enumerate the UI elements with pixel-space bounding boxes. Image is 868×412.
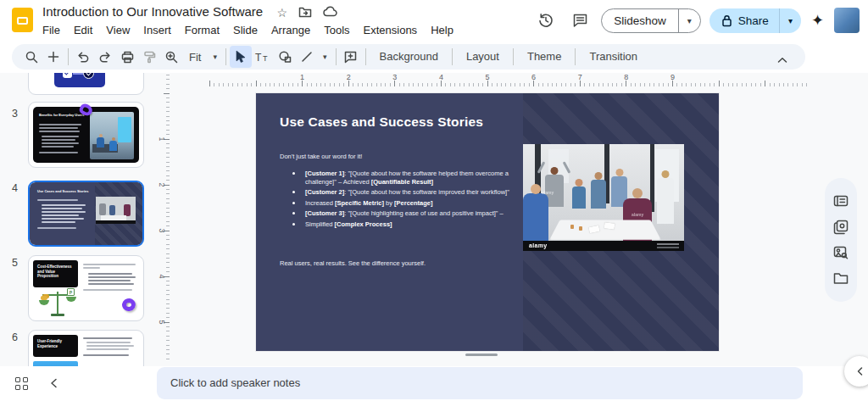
- menu-bar: File Edit View Insert Format Slide Arran…: [42, 22, 460, 38]
- slide-thumbnail-2-partial[interactable]: [28, 73, 144, 95]
- thumb3-title: Benefits for Everyday Users: [39, 113, 86, 117]
- slide-filmstrip: 3 Benefits for Everyday Users: [0, 73, 157, 366]
- bullet-simplified: Simplified [Complex Process]: [292, 220, 515, 229]
- menu-slide[interactable]: Slide: [226, 22, 264, 38]
- slide-number-4: 4: [12, 182, 18, 194]
- slide-photo-team-celebration[interactable]: alamy alamy alamy: [523, 144, 684, 251]
- share-button-label: Share: [738, 14, 769, 27]
- thumb6-title-box: User-Friendly Experience: [33, 335, 78, 357]
- slides-logo-icon[interactable]: [12, 8, 33, 32]
- slide-title[interactable]: Use Cases and Success Stories: [280, 114, 483, 130]
- bullet-metric: Increased [Specific Metric] by [Percenta…: [292, 199, 515, 208]
- select-tool-icon[interactable]: [230, 46, 252, 68]
- collapse-filmstrip-chevron-icon[interactable]: [50, 378, 58, 388]
- menu-view[interactable]: View: [99, 22, 136, 38]
- speaker-notes-placeholder: Click to add speaker notes: [170, 376, 300, 389]
- header: Introduction to Our Innovative Software …: [0, 0, 868, 41]
- menu-tools[interactable]: Tools: [317, 22, 356, 38]
- toolbar-pill: Fit ▾ TT ▾ Background Layout: [12, 44, 805, 70]
- menu-arrange[interactable]: Arrange: [264, 22, 317, 38]
- share-split-button: Share ▾: [709, 8, 801, 33]
- menu-extensions[interactable]: Extensions: [357, 22, 425, 38]
- shape-tool-icon[interactable]: [274, 46, 296, 68]
- zoom-select-caret-icon[interactable]: ▾: [208, 53, 222, 61]
- slide-intro-text[interactable]: Don't just take our word for it!: [280, 153, 362, 160]
- thumb4-title: Use Cases and Success Stories: [37, 189, 97, 193]
- image-search-icon[interactable]: [832, 243, 850, 262]
- line-tool-caret-icon[interactable]: ▾: [318, 53, 332, 61]
- bullet-customer-1: [Customer 1]: "[Quote about how the soft…: [292, 170, 515, 186]
- thumb3-photo: [90, 112, 134, 159]
- thumb6-image: [33, 361, 78, 366]
- slide-canvas[interactable]: Use Cases and Success Stories Don't just…: [256, 93, 719, 351]
- slideshow-split-button: Slideshow ▾: [601, 8, 701, 33]
- horizontal-scrollbar-thumb[interactable]: [465, 354, 498, 356]
- thumb2-flowchart-box: [54, 73, 105, 87]
- grid-view-icon[interactable]: [15, 377, 28, 390]
- slide-number-3: 3: [12, 108, 18, 120]
- thumb5-3d-shape: [120, 297, 136, 313]
- comments-icon[interactable]: [567, 8, 593, 33]
- layout-button[interactable]: Layout: [456, 46, 509, 68]
- thumb4-photo: [96, 197, 136, 224]
- print-icon[interactable]: [116, 46, 138, 68]
- bullet-customer-3: [Customer 3]: "[Quote highlighting ease …: [292, 209, 515, 218]
- svg-text:T: T: [255, 52, 262, 64]
- share-button[interactable]: Share: [709, 14, 779, 27]
- document-title[interactable]: Introduction to Our Innovative Software: [42, 4, 263, 19]
- undo-icon[interactable]: [72, 46, 94, 68]
- workspace: 3 Benefits for Everyday Users: [0, 73, 868, 366]
- slide-thumbnail-6[interactable]: User-Friendly Experience: [28, 330, 144, 366]
- user-avatar[interactable]: [834, 8, 860, 33]
- menu-insert[interactable]: Insert: [136, 22, 178, 38]
- gemini-spark-icon[interactable]: ✦: [811, 11, 824, 30]
- text-box-tool-icon[interactable]: TT: [252, 46, 274, 68]
- collapse-side-panel-button[interactable]: [844, 356, 868, 387]
- background-button[interactable]: Background: [370, 46, 448, 68]
- slideshow-dropdown-caret-icon[interactable]: ▾: [679, 16, 700, 25]
- thumb5-title-box: Cost-Effectiveness and Value Proposition: [33, 260, 78, 287]
- folder-icon[interactable]: [832, 270, 850, 288]
- thumb6-title: User-Friendly Experience: [37, 339, 75, 348]
- menu-help[interactable]: Help: [424, 22, 460, 38]
- zoom-select-value[interactable]: Fit: [182, 51, 208, 64]
- horizontal-ruler: 1 2 3 4 5 6 7 8 9: [208, 73, 811, 86]
- slide-bullet-list[interactable]: [Customer 1]: "[Quote about how the soft…: [292, 170, 515, 231]
- redo-icon[interactable]: [94, 46, 116, 68]
- thumb5-title: Cost-Effectiveness and Value Proposition: [37, 264, 75, 279]
- slide-thumbnail-3[interactable]: Benefits for Everyday Users: [28, 102, 144, 168]
- transition-button[interactable]: Transition: [579, 46, 648, 68]
- insert-comment-icon[interactable]: [340, 46, 362, 68]
- svg-text:T: T: [263, 54, 268, 63]
- photos-icon[interactable]: [832, 218, 850, 237]
- slide-thumbnail-4-selected[interactable]: Use Cases and Success Stories: [28, 181, 144, 247]
- lock-icon: [721, 14, 732, 27]
- share-dropdown-caret-icon[interactable]: ▾: [780, 16, 801, 25]
- search-menus-icon[interactable]: [20, 46, 42, 68]
- menu-format[interactable]: Format: [178, 22, 226, 38]
- line-tool-icon[interactable]: [296, 46, 318, 68]
- new-slide-plus-icon[interactable]: [42, 46, 64, 68]
- cloud-saved-icon[interactable]: [323, 6, 337, 19]
- star-icon[interactable]: ☆: [277, 6, 288, 19]
- zoom-icon[interactable]: [160, 46, 182, 68]
- collapse-toolbar-chevron-icon[interactable]: [771, 49, 793, 71]
- slide-outro-text[interactable]: Real users, real results. See the differ…: [280, 259, 426, 267]
- thumb4-slide: Use Cases and Success Stories: [30, 182, 142, 245]
- paint-format-icon[interactable]: [138, 46, 160, 68]
- bullet-customer-2: [Customer 2]: "[Quote about how the soft…: [292, 188, 515, 197]
- slide-outline-icon[interactable]: [832, 192, 850, 210]
- slideshow-button[interactable]: Slideshow: [602, 9, 678, 32]
- slide-thumbnail-5[interactable]: Cost-Effectiveness and Value Proposition…: [28, 255, 144, 321]
- speaker-notes-area[interactable]: Click to add speaker notes: [157, 367, 803, 399]
- google-slides-app: Introduction to Our Innovative Software …: [0, 0, 868, 412]
- menu-edit[interactable]: Edit: [67, 22, 99, 38]
- side-quick-access-panel: [825, 178, 857, 302]
- move-to-folder-icon[interactable]: [298, 6, 312, 19]
- version-history-icon[interactable]: [533, 8, 559, 33]
- menu-file[interactable]: File: [42, 22, 67, 38]
- alamy-watermark: alamy: [529, 242, 547, 248]
- slide-number-6: 6: [12, 331, 18, 343]
- slide-number-5: 5: [12, 257, 18, 269]
- theme-button[interactable]: Theme: [517, 46, 571, 68]
